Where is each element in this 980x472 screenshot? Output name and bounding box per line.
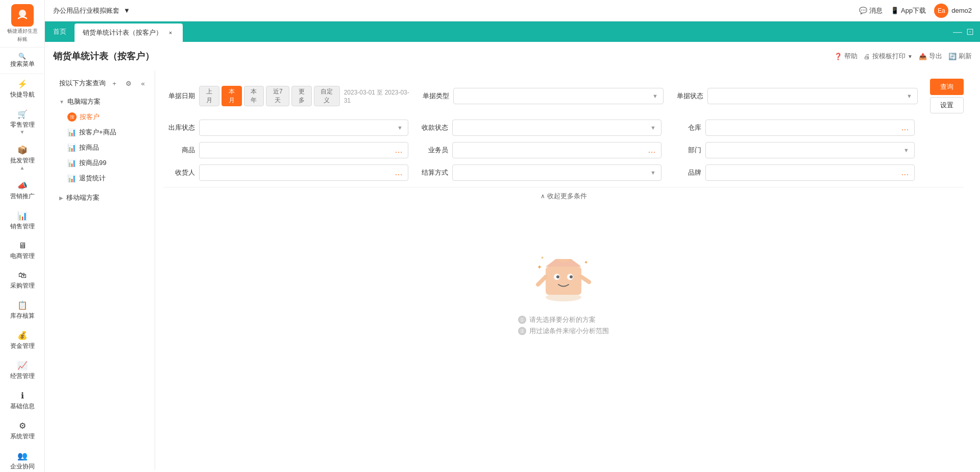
finance-icon: 💰 [17, 331, 28, 340]
wholesale-icon: 📦 [17, 145, 28, 155]
logo-text: 畅捷通好生意 [7, 28, 38, 35]
doc-status-select[interactable]: ▼ [707, 88, 918, 104]
doc-type-chevron: ▼ [652, 93, 658, 99]
refresh-button[interactable]: 🔄 刷新 [948, 52, 972, 61]
plan-by-product-icon: 📊 [67, 144, 76, 152]
date-btn-last-7-days[interactable]: 近7天 [266, 86, 289, 106]
empty-tips: ① 请先选择要分析的方案 ② 用过滤条件来缩小分析范围 [518, 313, 609, 338]
sidebar-item-retail[interactable]: 🛒 零售管理 ▼ [0, 104, 44, 140]
salesperson-label: 业务员 [416, 146, 452, 155]
brand-input[interactable]: … [705, 164, 915, 181]
mobile-plans-parent[interactable]: ▶ 移动端方案 [53, 190, 155, 205]
date-label: 单据日期 [163, 91, 199, 101]
sidebar-item-purchase[interactable]: 🛍 采购管理 [0, 266, 44, 295]
print-icon: 🖨 [864, 53, 870, 60]
left-panel-actions: + ⚙ « [109, 78, 149, 89]
plan-by-product-99[interactable]: 📊 按商品99 [53, 155, 155, 171]
tab-close-button[interactable]: × [166, 29, 175, 37]
left-panel-header: 按以下方案查询 + ⚙ « [53, 75, 155, 92]
svg-point-5 [556, 275, 559, 278]
date-btn-last-month[interactable]: 上月 [199, 86, 219, 106]
add-plan-button[interactable]: + [109, 78, 120, 89]
logo-subtitle: 标账 [17, 36, 28, 43]
department-chevron: ▼ [903, 147, 909, 153]
doc-type-select[interactable]: ▼ [453, 88, 664, 104]
plan-return-stats[interactable]: 📊 退货统计 [53, 171, 155, 186]
out-status-label: 出库状态 [163, 123, 199, 132]
user-menu-button[interactable]: Ea demo2 [934, 4, 972, 18]
tab-maximize-button[interactable]: ⊡ [966, 26, 974, 37]
collapse-button[interactable]: ∧ 收起更多条件 [163, 187, 964, 205]
out-status-select[interactable]: ▼ [199, 120, 408, 136]
empty-state: ✦ ✦ ★ ① 请先选择要分析的方案 ② [163, 213, 964, 368]
collect-status-filter: 收款状态 ▼ [416, 120, 662, 136]
plan-by-customer[interactable]: 按 按客户 [53, 109, 155, 125]
search-icon: 🔍 [18, 53, 26, 60]
date-btn-more[interactable]: 更多 [291, 86, 312, 106]
message-button[interactable]: 💬 消息 [859, 6, 883, 15]
export-label: 导出 [929, 52, 942, 61]
plan-by-customer-product[interactable]: 📊 按客户+商品 [53, 125, 155, 140]
sidebar-item-ecommerce[interactable]: 🖥 电商管理 [0, 236, 44, 266]
desktop-plans-parent[interactable]: ▼ 电脑端方案 [53, 94, 155, 109]
sidebar-item-shortcut[interactable]: ⚡ 快捷导航 [0, 74, 44, 104]
product-dots: … [395, 146, 403, 155]
receiver-filter: 收货人 … [163, 164, 408, 181]
finance-label: 资金管理 [10, 342, 35, 350]
help-label: 帮助 [844, 52, 857, 61]
sidebar-item-search[interactable]: 🔍 搜索菜单 [0, 48, 44, 74]
collect-status-select[interactable]: ▼ [452, 120, 662, 136]
plan-by-product-99-label: 按商品99 [79, 158, 106, 168]
tab-minimize-button[interactable]: — [953, 27, 962, 37]
print-button[interactable]: 🖨 按模板打印 ▼ [864, 52, 913, 61]
warehouse-input[interactable]: … [705, 120, 915, 136]
date-btn-this-month[interactable]: 本月 [222, 86, 242, 106]
sidebar-item-marketing[interactable]: 📣 营销推广 [0, 176, 44, 206]
tab-sales-stats[interactable]: 销货单统计计表（按客户） × [75, 23, 183, 42]
plan-by-customer-label: 按客户 [80, 112, 100, 122]
content-area: 销货单统计表（按客户） ❓ 帮助 🖨 按模板打印 ▼ 📤 导出 [45, 42, 980, 472]
salesperson-input[interactable]: … [452, 142, 662, 158]
sidebar-item-inventory[interactable]: 📋 库存核算 [0, 295, 44, 325]
settlement-select[interactable]: ▼ [452, 164, 662, 181]
settings-button[interactable]: 设置 [930, 97, 964, 113]
sidebar-item-enterprise[interactable]: 👥 企业协同 [0, 446, 44, 472]
app-download-button[interactable]: 📱 App下载 [891, 6, 926, 15]
collapse-panel-button[interactable]: « [137, 78, 149, 89]
basic-icon: ℹ [21, 391, 24, 400]
tab-home[interactable]: 首页 [45, 21, 75, 42]
plan-by-product[interactable]: 📊 按商品 [53, 140, 155, 155]
out-status-filter: 出库状态 ▼ [163, 120, 408, 136]
sidebar-item-sales[interactable]: 📊 销售管理 [0, 206, 44, 236]
sidebar-item-system[interactable]: ⚙ 系统管理 [0, 416, 44, 446]
ecommerce-icon: 🖥 [18, 241, 27, 250]
department-select[interactable]: ▼ [705, 142, 915, 158]
date-options: 上月 本月 本年 近7天 更多 自定义 2023-03-01 至 2023-03… [199, 86, 409, 106]
receiver-input[interactable]: … [199, 164, 408, 181]
query-button[interactable]: 查询 [930, 79, 964, 95]
inventory-label: 库存核算 [10, 312, 35, 320]
salesperson-dots: … [648, 146, 656, 155]
page: 销货单统计表（按客户） ❓ 帮助 🖨 按模板打印 ▼ 📤 导出 [45, 42, 980, 472]
product-input[interactable]: … [199, 142, 408, 158]
help-icon: ❓ [834, 53, 842, 60]
plan-by-customer-product-label: 按客户+商品 [79, 128, 116, 137]
logo-icon [11, 4, 34, 27]
svg-point-6 [570, 275, 573, 278]
help-button[interactable]: ❓ 帮助 [834, 52, 857, 61]
date-btn-this-year[interactable]: 本年 [244, 86, 264, 106]
sidebar-item-wholesale[interactable]: 📦 批发管理 ▲ [0, 140, 44, 176]
retail-icon: 🛒 [17, 109, 28, 119]
sidebar-item-basic[interactable]: ℹ 基础信息 [0, 386, 44, 416]
operation-icon: 📈 [17, 361, 28, 370]
desktop-arrow-icon: ▼ [59, 99, 64, 105]
plan-settings-button[interactable]: ⚙ [123, 78, 134, 89]
shortcut-label: 快捷导航 [10, 90, 35, 99]
sidebar-item-operation[interactable]: 📈 经营管理 [0, 356, 44, 386]
add-icon: + [112, 80, 116, 87]
date-btn-custom[interactable]: 自定义 [314, 86, 340, 106]
breadcrumb: 办公用品行业模拟账套 ▼ [53, 6, 130, 15]
mobile-arrow-icon: ▶ [59, 195, 63, 201]
sidebar-item-finance[interactable]: 💰 资金管理 [0, 325, 44, 356]
export-button[interactable]: 📤 导出 [919, 52, 942, 61]
